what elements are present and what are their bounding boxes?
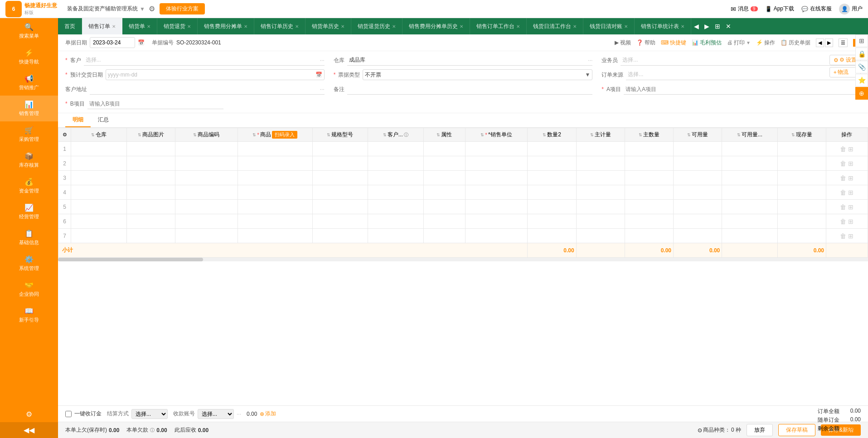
tab-close[interactable]: ✕ xyxy=(147,24,150,29)
sidebar-item-inventory[interactable]: 📦 库存核算 xyxy=(0,147,58,173)
sidebar-item-sales[interactable]: 📊 销售管理 xyxy=(0,96,58,121)
row-delete-btn[interactable]: 🗑 xyxy=(840,203,846,211)
print-btn[interactable]: 🖨 打印 ▼ xyxy=(727,39,751,47)
tab-expense-history[interactable]: 销售费用分摊单历史 ✕ xyxy=(402,18,470,34)
tab-detail[interactable]: 明细 xyxy=(65,113,91,127)
tab-close[interactable]: ✕ xyxy=(624,24,628,29)
tab-close[interactable]: ✕ xyxy=(516,24,520,29)
app-download-btn[interactable]: 📱 App下载 xyxy=(765,5,794,13)
tab-summary[interactable]: 汇总 xyxy=(91,113,116,127)
row-delete-btn[interactable]: 🗑 xyxy=(840,189,846,196)
right-sidebar-btn-5[interactable]: ⊕ xyxy=(855,87,868,100)
row-copy-btn[interactable]: ⊞ xyxy=(848,189,853,196)
tab-workbench[interactable]: 销售订单工作台 ✕ xyxy=(470,18,527,34)
sidebar-item-operation[interactable]: 📈 经营管理 xyxy=(0,199,58,225)
row-spec[interactable] xyxy=(312,142,368,156)
tab-expand-btn[interactable]: ⊞ xyxy=(712,23,723,30)
staff-placeholder[interactable]: 选择... xyxy=(622,56,638,64)
sidebar-collapse-btn[interactable]: ◀◀ xyxy=(0,422,58,438)
next-record-btn[interactable]: ▶ xyxy=(825,39,833,47)
row-customer-code[interactable] xyxy=(368,142,424,156)
row-copy-btn[interactable]: ⊞ xyxy=(848,145,853,153)
help-btn[interactable]: ❓ 帮助 xyxy=(636,39,655,47)
customer-expand-icon[interactable]: ··· xyxy=(320,57,325,63)
tab-close[interactable]: ✕ xyxy=(187,24,191,29)
quick-order-checkbox[interactable] xyxy=(65,411,72,417)
horizontal-scrollbar[interactable] xyxy=(58,258,203,261)
row-copy-btn[interactable]: ⊞ xyxy=(848,218,853,225)
industry-solution-btn[interactable]: 体验行业方案 xyxy=(160,3,205,14)
sidebar-item-basic[interactable]: 📋 基础信息 xyxy=(0,225,58,250)
address-expand-icon[interactable]: ··· xyxy=(320,86,325,92)
sidebar-item-marketing[interactable]: 📢 营销推广 xyxy=(0,70,58,96)
list-view-btn[interactable]: ☰ xyxy=(839,39,848,47)
date-input[interactable] xyxy=(90,37,135,48)
tab-close[interactable]: ✕ xyxy=(295,24,299,29)
account-select[interactable]: 选择... xyxy=(198,409,234,419)
tab-close-all-btn[interactable]: ✕ xyxy=(723,23,734,30)
order-source-placeholder[interactable]: 选择... xyxy=(628,71,643,78)
tab-close[interactable]: ✕ xyxy=(392,24,396,29)
customer-placeholder[interactable]: 选择... xyxy=(86,56,101,64)
col-settings[interactable]: ⚙ xyxy=(58,128,71,142)
tab-cash-workbench[interactable]: 钱货日清工作台 ✕ xyxy=(527,18,583,34)
row-delete-btn[interactable]: 🗑 xyxy=(840,174,846,182)
b-project-input[interactable] xyxy=(87,98,223,109)
online-service-btn[interactable]: 💬 在线客服 xyxy=(801,5,832,13)
delivery-date-placeholder[interactable]: yyyy-mm-dd xyxy=(108,72,137,78)
view-btn[interactable]: ▶ 视频 xyxy=(615,39,631,47)
gear-settings-btn[interactable]: ⚙ xyxy=(149,5,155,13)
tab-return-history[interactable]: 销货退货历史 ✕ xyxy=(351,18,402,34)
invoice-dropdown-icon[interactable]: ▼ xyxy=(585,72,590,78)
sidebar-item-purchase[interactable]: 🛒 采购管理 xyxy=(0,121,58,147)
user-avatar-btn[interactable]: 👤 用户 xyxy=(839,4,863,14)
row-copy-btn[interactable]: ⊞ xyxy=(848,232,853,240)
warehouse-expand-icon[interactable]: ··· xyxy=(588,57,592,63)
row-main-qty[interactable] xyxy=(625,142,673,156)
row-warehouse[interactable] xyxy=(71,142,127,156)
sidebar-settings-btn[interactable]: ⚙ xyxy=(0,406,58,422)
tab-close[interactable]: ✕ xyxy=(244,24,247,29)
a-project-input[interactable] xyxy=(624,84,861,95)
tab-sales-expense[interactable]: 销售费用分摊单 ✕ xyxy=(198,18,254,34)
right-sidebar-btn-4[interactable]: ⭐ xyxy=(855,74,868,87)
message-btn[interactable]: ✉ 消息 9 xyxy=(731,5,758,13)
row-delete-btn[interactable]: 🗑 xyxy=(840,160,846,167)
right-sidebar-btn-1[interactable]: ⊞ xyxy=(855,34,868,47)
scan-entry-btn[interactable]: 扫码录入 xyxy=(272,131,297,139)
sidebar-item-finance[interactable]: 💰 资金管理 xyxy=(0,173,58,199)
row-available[interactable] xyxy=(674,142,722,156)
tab-sales-invoice[interactable]: 销货单 ✕ xyxy=(122,18,157,34)
tab-close[interactable]: ✕ xyxy=(341,24,344,29)
row-available2[interactable] xyxy=(722,142,778,156)
calendar-icon[interactable]: 📅 xyxy=(138,39,145,46)
discard-btn[interactable]: 放弃 xyxy=(747,424,773,436)
tab-sales-order[interactable]: 销售订单 ✕ xyxy=(82,18,122,34)
tab-close[interactable]: ✕ xyxy=(573,24,577,29)
sidebar-item-guide[interactable]: 📖 新手引导 xyxy=(0,302,58,328)
row-copy-btn[interactable]: ⊞ xyxy=(848,203,853,211)
system-dropdown-arrow[interactable]: ▼ xyxy=(140,6,145,12)
sidebar-item-enterprise[interactable]: 🤝 企业协同 xyxy=(0,276,58,302)
tab-prev-btn[interactable]: ◀ xyxy=(691,23,702,30)
prev-record-btn[interactable]: ◀ xyxy=(816,39,824,47)
row-current[interactable] xyxy=(777,142,826,156)
row-qty2[interactable] xyxy=(528,142,576,156)
profit-btn[interactable]: 📊 毛利预估 xyxy=(692,39,722,47)
row-delete-btn[interactable]: 🗑 xyxy=(840,145,846,153)
row-main-unit[interactable] xyxy=(576,142,625,156)
row-product[interactable] xyxy=(238,142,312,156)
tab-close[interactable]: ✕ xyxy=(681,24,684,29)
delivery-calendar-icon[interactable]: 📅 xyxy=(315,72,322,78)
tab-order-history[interactable]: 销售订单历史 ✕ xyxy=(254,18,305,34)
tab-next-btn[interactable]: ▶ xyxy=(702,23,712,30)
right-sidebar-btn-2[interactable]: 🔒 xyxy=(855,48,868,60)
operation-btn[interactable]: ⚡ 操作 xyxy=(756,39,775,47)
sidebar-item-quick[interactable]: ⚡ 快捷导航 xyxy=(0,44,58,70)
tab-invoice-history[interactable]: 销货单历史 ✕ xyxy=(305,18,351,34)
history-btn[interactable]: 📋 历史单据 xyxy=(781,39,810,47)
expand-icon[interactable]: ··· xyxy=(237,411,241,417)
row-unit[interactable] xyxy=(465,142,528,156)
row-delete-btn[interactable]: 🗑 xyxy=(840,218,846,225)
payment-method-select[interactable]: 选择... xyxy=(131,409,168,419)
